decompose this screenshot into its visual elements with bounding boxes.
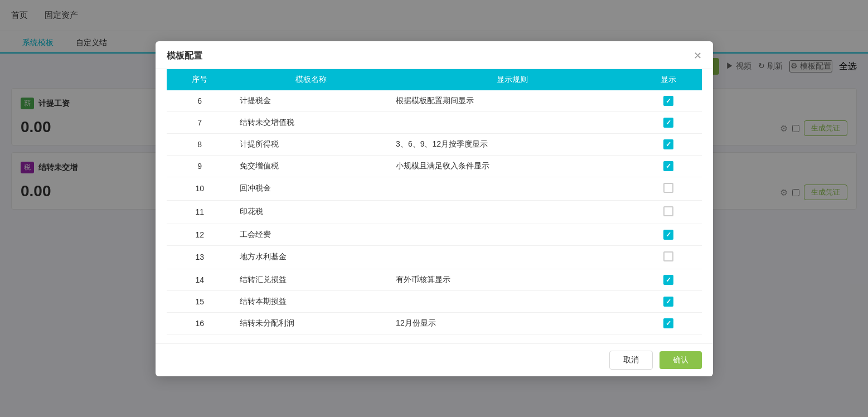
cell-name: 结转汇兑损益 [233,269,389,290]
col-header-rule: 显示规则 [389,69,635,90]
cancel-button[interactable]: 取消 [609,351,653,370]
cell-display[interactable] [635,90,701,112]
table-row: 7结转未交增值税 [167,111,702,133]
cell-rule [389,290,635,312]
cell-seq: 14 [167,269,233,290]
table-row: 15结转本期损益 [167,290,702,312]
template-config-dialog: 模板配置 ✕ 序号 模板名称 显示规则 显示 6计提税金根据模板配置期间显示7结… [156,41,713,376]
table-row: 9免交增值税小规模且满足收入条件显示 [167,155,702,177]
table-row: 8计提所得税3、6、9、12月按季度显示 [167,133,702,155]
cell-rule: 3、6、9、12月按季度显示 [389,133,635,155]
col-header-display: 显示 [635,69,701,90]
cell-display[interactable] [635,312,701,334]
dialog-body: 序号 模板名称 显示规则 显示 6计提税金根据模板配置期间显示7结转未交增值税8… [156,69,713,343]
dialog-title: 模板配置 [167,50,202,62]
display-checkbox[interactable] [663,183,673,193]
cell-seq: 9 [167,155,233,177]
display-checkbox[interactable] [663,118,673,128]
display-checkbox[interactable] [663,275,673,285]
config-table: 序号 模板名称 显示规则 显示 6计提税金根据模板配置期间显示7结转未交增值税8… [167,69,702,334]
display-checkbox[interactable] [663,96,673,106]
cell-seq: 7 [167,111,233,133]
cell-display[interactable] [635,177,701,200]
cell-rule [389,245,635,269]
dialog-header: 模板配置 ✕ [156,41,713,69]
col-header-name: 模板名称 [233,69,389,90]
cell-rule [389,224,635,245]
cell-seq: 6 [167,90,233,112]
cell-name: 印花税 [233,200,389,224]
cell-name: 结转未交增值税 [233,111,389,133]
display-checkbox[interactable] [663,161,673,171]
cell-rule: 有外币核算显示 [389,269,635,290]
cell-seq: 11 [167,200,233,224]
cell-seq: 13 [167,245,233,269]
cell-name: 结转未分配利润 [233,312,389,334]
cell-rule: 根据模板配置期间显示 [389,90,635,112]
cell-display[interactable] [635,269,701,290]
cell-display[interactable] [635,224,701,245]
dialog-footer: 取消 确认 [156,343,713,376]
table-row: 12工会经费 [167,224,702,245]
table-row: 14结转汇兑损益有外币核算显示 [167,269,702,290]
cell-display[interactable] [635,133,701,155]
cell-rule [389,177,635,200]
cell-display[interactable] [635,155,701,177]
cell-seq: 10 [167,177,233,200]
cell-name: 计提所得税 [233,133,389,155]
cell-seq: 8 [167,133,233,155]
display-checkbox[interactable] [663,139,673,149]
dialog-close-button[interactable]: ✕ [694,51,702,61]
cell-rule [389,200,635,224]
display-checkbox[interactable] [663,230,673,240]
display-checkbox[interactable] [663,318,673,328]
modal-overlay: 模板配置 ✕ 序号 模板名称 显示规则 显示 6计提税金根据模板配置期间显示7结… [0,0,868,417]
cell-name: 结转本期损益 [233,290,389,312]
cell-name: 地方水利基金 [233,245,389,269]
cell-seq: 12 [167,224,233,245]
table-row: 16结转未分配利润12月份显示 [167,312,702,334]
col-header-seq: 序号 [167,69,233,90]
cell-rule [389,111,635,133]
cell-display[interactable] [635,290,701,312]
cell-display[interactable] [635,200,701,224]
cell-rule: 小规模且满足收入条件显示 [389,155,635,177]
cell-name: 计提税金 [233,90,389,112]
confirm-button[interactable]: 确认 [660,351,702,369]
cell-display[interactable] [635,111,701,133]
display-checkbox[interactable] [663,251,673,261]
table-row: 6计提税金根据模板配置期间显示 [167,90,702,112]
cell-name: 回冲税金 [233,177,389,200]
cell-seq: 15 [167,290,233,312]
table-row: 10回冲税金 [167,177,702,200]
table-row: 11印花税 [167,200,702,224]
cell-seq: 16 [167,312,233,334]
display-checkbox[interactable] [663,297,673,307]
cell-rule: 12月份显示 [389,312,635,334]
cell-name: 工会经费 [233,224,389,245]
table-header-row: 序号 模板名称 显示规则 显示 [167,69,702,90]
table-row: 13地方水利基金 [167,245,702,269]
display-checkbox[interactable] [663,206,673,216]
cell-name: 免交增值税 [233,155,389,177]
cell-display[interactable] [635,245,701,269]
